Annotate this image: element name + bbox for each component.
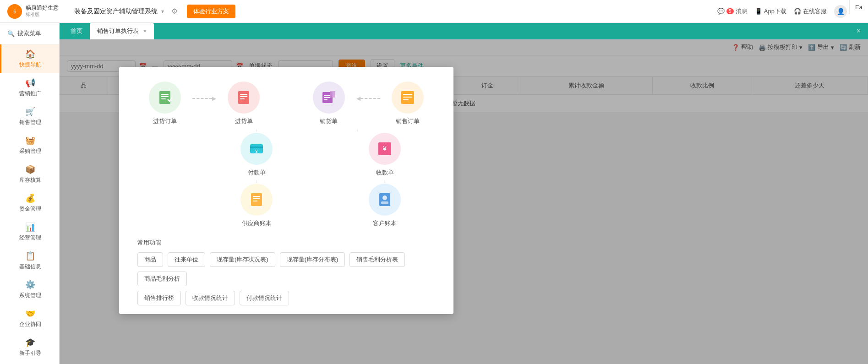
settings-icon[interactable]: ⚙ [171, 7, 178, 16]
flow-node-supplier-book[interactable]: 供应商账本 [229, 184, 284, 228]
sidebar-item-purchase[interactable]: 🧺 采购管理 [0, 131, 59, 160]
marketing-icon: 📢 [25, 78, 35, 88]
purchase-order-circle [149, 81, 181, 114]
sales-bill-circle [313, 81, 345, 114]
system-icon: ⚙️ [25, 280, 35, 290]
func-btn-payment-stat[interactable]: 付款情况统计 [240, 291, 289, 305]
message-action[interactable]: 💬 5 消息 [717, 7, 748, 16]
svg-rect-16 [403, 94, 412, 95]
sidebar-item-label: 销售管理 [19, 119, 41, 126]
receipt-bill-circle: ¥ [369, 133, 401, 165]
sidebar-item-sales[interactable]: 🛒 销售管理 [0, 102, 59, 131]
func-btn-product-profit[interactable]: 商品毛利分析 [137, 272, 187, 286]
sidebar-item-label: 库存核算 [19, 176, 41, 184]
flow-col-5: ¥ 付款单 [229, 133, 284, 177]
system-title-area: 装备及固定资产辅助管理系统 ▾ ⚙ 体验行业方案 [67, 5, 717, 18]
flow-node-purchase-order[interactable]: 进货订单 [137, 81, 192, 125]
sidebar-item-newbie[interactable]: 🎓 新手引导 [0, 333, 59, 362]
svg-rect-30 [381, 201, 388, 204]
func-row-1: 商品 往来单位 现存量(库存状况表) 现存量(库存分布表) 销售毛利分析表 商品… [137, 252, 435, 286]
svg-rect-14 [330, 91, 335, 98]
system-title: 装备及固定资产辅助管理系统 [74, 7, 158, 16]
flow-col-1: 进货订单 [137, 81, 192, 125]
modal-overlay: 进货订单 ▶ [60, 39, 868, 364]
flow-node-sales-order[interactable]: 销售订单 [380, 81, 435, 125]
sidebar-item-basic-info[interactable]: 📋 基础信息 [0, 246, 59, 275]
flow-node-receipt-bill[interactable]: ¥ 收款单 [357, 133, 412, 177]
common-functions-title: 常用功能 [137, 239, 435, 247]
receipt-bill-label: 收款单 [376, 168, 394, 177]
func-btn-product[interactable]: 商品 [137, 252, 163, 267]
flow-col-7: 供应商账本 [229, 184, 284, 228]
func-btn-sales-rank[interactable]: 销售排行榜 [137, 291, 181, 305]
sales-bill-label: 销货单 [320, 117, 338, 125]
payment-bill-circle: ¥ [240, 133, 273, 165]
header-right: 💬 5 消息 📱 App下载 🎧 在线客服 👤 用户 [717, 5, 861, 18]
payment-bill-label: 付款单 [248, 168, 266, 177]
func-btn-sales-profit[interactable]: 销售毛利分析表 [349, 252, 405, 267]
sales-order-label: 销售订单 [396, 117, 420, 125]
dropdown-arrow-icon[interactable]: ▾ [161, 8, 164, 15]
arrow-1: ▶ [192, 95, 216, 102]
sidebar-search: 🔍 搜索菜单 [0, 23, 59, 44]
customer-book-circle [369, 184, 401, 216]
operations-icon: 📊 [25, 222, 35, 232]
svg-rect-18 [403, 99, 409, 100]
flow-node-purchase-bill[interactable]: 进货单 [216, 81, 271, 125]
online-service-action[interactable]: 🎧 在线客服 [794, 7, 827, 16]
purchase-bill-circle [228, 81, 260, 114]
logo-icon: 6 [7, 4, 22, 19]
scroll-area: ◀ ▶ [119, 313, 453, 314]
sidebar-item-system[interactable]: ⚙️ 系统管理 [0, 275, 59, 304]
experience-btn[interactable]: 体验行业方案 [187, 5, 235, 18]
func-btn-stock-dist[interactable]: 现存量(库存分布表) [280, 252, 345, 267]
flow-node-payment-bill[interactable]: ¥ 付款单 [229, 133, 284, 177]
svg-rect-17 [403, 97, 412, 98]
supplier-book-circle [240, 184, 273, 216]
purchase-order-label: 进货订单 [153, 117, 177, 125]
sidebar-item-enterprise[interactable]: 🤝 企业协同 [0, 304, 59, 333]
svg-rect-26 [253, 198, 260, 199]
func-btn-partner[interactable]: 往来单位 [168, 252, 205, 267]
purchase-icon: 🧺 [25, 136, 35, 146]
sidebar-item-label: 系统管理 [19, 292, 41, 299]
main-layout: 🔍 搜索菜单 🏠 快捷导航 📢 营销推广 🛒 销售管理 🧺 采购管理 📦 库存核… [0, 23, 868, 364]
customer-book-label: 客户账本 [373, 219, 397, 228]
svg-rect-4 [161, 96, 169, 97]
home-icon: 🏠 [25, 49, 35, 59]
sales-icon: 🛒 [25, 107, 35, 117]
content-area: 首页 销售订单执行表 × × ❓ 帮助 🖨️ 按模板打印 ▾ [60, 23, 868, 364]
page-content: ❓ 帮助 🖨️ 按模板打印 ▾ ⬆️ 导出 ▾ 🔄 刷新 [60, 39, 868, 364]
sidebar-item-quick-nav[interactable]: 🏠 快捷导航 [0, 44, 59, 73]
svg-rect-5 [161, 98, 166, 99]
search-menu-btn[interactable]: 🔍 搜索菜单 [4, 27, 55, 39]
tab-sales-order[interactable]: 销售订单执行表 × [90, 23, 154, 39]
sidebar-item-marketing[interactable]: 📢 营销推广 [0, 73, 59, 102]
sidebar-item-finance[interactable]: 💰 资金管理 [0, 189, 59, 217]
sidebar-item-label: 基础信息 [19, 263, 41, 271]
tab-bar-close-btn[interactable]: × [853, 25, 864, 37]
svg-rect-7 [240, 94, 247, 95]
func-btn-stock-status[interactable]: 现存量(库存状况表) [210, 252, 275, 267]
tab-home-label: 首页 [71, 27, 82, 35]
svg-rect-24 [251, 193, 262, 206]
app-download-action[interactable]: 📱 App下载 [755, 7, 786, 16]
svg-rect-27 [253, 201, 257, 201]
svg-rect-12 [324, 97, 330, 98]
flow-diagram: 进货订单 ▶ [137, 81, 435, 228]
tab-sales-order-label: 销售订单执行表 [97, 27, 139, 35]
search-menu-label: 搜索菜单 [17, 29, 41, 38]
logo-sub: 标准版 [26, 11, 59, 18]
enterprise-icon: 🤝 [25, 309, 35, 319]
sidebar-item-label: 资金管理 [19, 205, 41, 213]
basic-info-icon: 📋 [25, 251, 35, 261]
flow-node-customer-book[interactable]: 客户账本 [357, 184, 412, 228]
flow-node-sales-bill[interactable]: 销货单 [301, 81, 356, 125]
sidebar-item-inventory[interactable]: 📦 库存核算 [0, 160, 59, 189]
func-btn-receipt-stat[interactable]: 收款情况统计 [186, 291, 235, 305]
tab-close-icon[interactable]: × [143, 28, 147, 34]
logo-area: 6 畅康通好生意 标准版 [7, 4, 67, 19]
sidebar-item-operations[interactable]: 📊 经营管理 [0, 217, 59, 246]
tab-home[interactable]: 首页 [63, 23, 90, 39]
online-service-label: 在线客服 [803, 7, 827, 16]
